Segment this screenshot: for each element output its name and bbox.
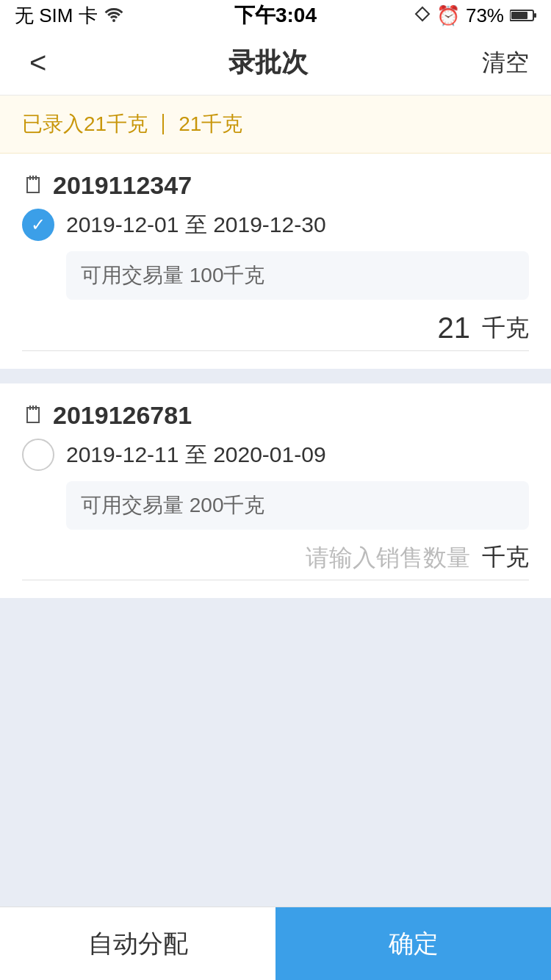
quantity-input-2[interactable] — [250, 544, 470, 572]
location-icon — [414, 4, 431, 27]
batch-item-1: 🗒 2019112347 ✓ 2019-12-01 至 2019-12-30 可… — [0, 154, 551, 369]
radio-1[interactable]: ✓ — [22, 209, 54, 241]
batch-1-date-row: ✓ 2019-12-01 至 2019-12-30 — [22, 209, 529, 241]
info-banner: 已录入21千克 21千克 — [0, 96, 551, 154]
page-title: 录批次 — [228, 45, 308, 81]
svg-rect-2 — [534, 13, 536, 18]
check-icon-1: ✓ — [31, 215, 46, 235]
batch-date-1: 2019-12-01 至 2019-12-30 — [66, 210, 326, 240]
info-divider — [162, 114, 164, 134]
status-left: 无 SIM 卡 — [15, 3, 124, 29]
confirm-button[interactable]: 确定 — [276, 907, 551, 980]
bottom-buttons: 自动分配 确定 — [0, 907, 551, 980]
batch-id-2: 2019126781 — [53, 401, 192, 430]
info-label: 已录入21千克 — [22, 110, 148, 138]
clear-button[interactable]: 清空 — [482, 47, 529, 79]
quantity-row-1: 21 千克 — [22, 300, 529, 351]
nav-bar: < 录批次 清空 — [0, 31, 551, 96]
batch-available-1: 可用交易量 100千克 — [66, 251, 529, 300]
status-bar: 无 SIM 卡 下午3:04 ⏰ 73% — [0, 0, 551, 31]
batch-icon-1: 🗒 — [22, 172, 46, 199]
info-value: 21千克 — [179, 110, 242, 138]
batch-2-date-row: ✓ 2019-12-11 至 2020-01-09 — [22, 439, 529, 471]
batch-date-2: 2019-12-11 至 2020-01-09 — [66, 440, 326, 470]
battery-text: 73% — [466, 4, 504, 27]
radio-2[interactable]: ✓ — [22, 439, 54, 471]
batch-available-2: 可用交易量 200千克 — [66, 481, 529, 530]
status-time: 下午3:04 — [234, 1, 317, 29]
back-button[interactable]: < — [22, 39, 54, 87]
alarm-icon: ⏰ — [436, 4, 460, 27]
battery-icon — [510, 4, 536, 27]
wifi-icon — [104, 4, 124, 27]
carrier-text: 无 SIM 卡 — [15, 3, 98, 29]
batch-2-header: 🗒 2019126781 — [22, 401, 529, 430]
quantity-value-1: 21 — [438, 311, 471, 345]
svg-rect-1 — [511, 12, 527, 19]
batch-item-2: 🗒 2019126781 ✓ 2019-12-11 至 2020-01-09 可… — [0, 383, 551, 598]
quantity-unit-2: 千克 — [482, 541, 529, 574]
batch-1-header: 🗒 2019112347 — [22, 171, 529, 200]
separator-1 — [0, 369, 551, 383]
auto-distribute-button[interactable]: 自动分配 — [0, 907, 276, 980]
quantity-unit-1: 千克 — [482, 312, 529, 345]
batch-id-1: 2019112347 — [53, 171, 192, 200]
batch-icon-2: 🗒 — [22, 402, 46, 429]
status-right: ⏰ 73% — [414, 4, 536, 27]
quantity-input-row-2[interactable]: 千克 — [22, 530, 529, 580]
